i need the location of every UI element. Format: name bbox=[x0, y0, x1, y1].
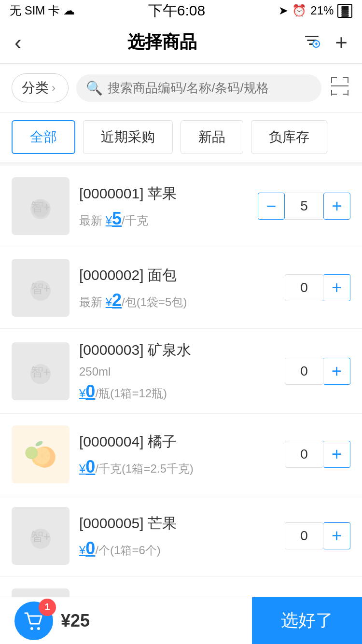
sim-status: 无 SIM 卡 ☁ bbox=[10, 3, 75, 18]
currency-symbol: ¥ bbox=[79, 544, 85, 557]
product-name: [0000005] 芒果 bbox=[79, 514, 275, 533]
svg-point-38 bbox=[37, 627, 40, 630]
filter-button[interactable] bbox=[303, 32, 320, 53]
price-amount: 0 bbox=[85, 538, 95, 558]
nav-right: + bbox=[303, 30, 348, 55]
price-unit: /千克 bbox=[122, 214, 148, 227]
category-button[interactable]: 分类 › bbox=[12, 73, 69, 102]
scan-icon[interactable] bbox=[329, 75, 350, 100]
status-time: 下午6:08 bbox=[148, 1, 205, 21]
cart-badge: 1 bbox=[39, 599, 56, 616]
quantity-input[interactable] bbox=[285, 193, 323, 220]
product-price: ¥0/瓶(1箱=12瓶) bbox=[79, 381, 275, 402]
product-name: [0000004] 橘子 bbox=[79, 432, 275, 452]
search-bar: 分类 › 🔍 bbox=[0, 64, 362, 112]
currency-symbol: ¥ bbox=[106, 295, 112, 308]
product-price: ¥0/千克(1箱=2.5千克) bbox=[79, 457, 275, 477]
product-info: [0000001] 苹果 最新 ¥5/千克 bbox=[79, 184, 248, 229]
tab-negative[interactable]: 负库存 bbox=[251, 120, 327, 154]
confirm-button[interactable]: 选好了 bbox=[252, 597, 362, 644]
cart-total: ¥25 bbox=[61, 611, 90, 631]
back-button[interactable]: ‹ bbox=[14, 30, 22, 55]
price-amount: 5 bbox=[112, 209, 122, 228]
tab-recent[interactable]: 近期采购 bbox=[83, 120, 173, 154]
product-thumbnail: 智+ bbox=[12, 507, 70, 565]
increase-button[interactable]: + bbox=[323, 522, 350, 549]
quantity-control: + bbox=[285, 441, 350, 468]
quantity-input[interactable] bbox=[285, 274, 323, 301]
quantity-control: + bbox=[285, 274, 350, 301]
svg-rect-9 bbox=[348, 77, 348, 83]
quantity-control: + bbox=[285, 522, 350, 549]
page-title: 选择商品 bbox=[127, 30, 197, 54]
nav-left: ‹ bbox=[14, 30, 22, 55]
cart-area: 1 ¥25 bbox=[0, 602, 252, 640]
add-button[interactable]: + bbox=[335, 30, 348, 55]
quantity-input[interactable] bbox=[285, 358, 323, 385]
alarm-icon: ⏰ bbox=[292, 4, 306, 17]
svg-text:智+: 智+ bbox=[31, 281, 51, 295]
currency-symbol: ¥ bbox=[79, 387, 85, 400]
product-item: 智+ [0000001] 苹果 最新 ¥5/千克 − + bbox=[0, 166, 362, 247]
product-thumbnail: 智+ bbox=[12, 342, 70, 400]
product-info: [0000004] 橘子 ¥0/千克(1箱=2.5千克) bbox=[79, 432, 275, 477]
price-prefix: 最新 bbox=[79, 295, 106, 308]
increase-button[interactable]: + bbox=[323, 274, 350, 301]
price-amount: 0 bbox=[85, 457, 95, 476]
svg-point-37 bbox=[30, 627, 33, 630]
price-unit: /个(1箱=6个) bbox=[95, 544, 160, 557]
product-price: 最新 ¥5/千克 bbox=[79, 209, 248, 229]
price-unit: /包(1袋=5包) bbox=[122, 295, 187, 308]
battery-icon: ▓ bbox=[337, 4, 352, 18]
product-thumbnail bbox=[12, 425, 70, 483]
product-price: ¥0/个(1箱=6个) bbox=[79, 538, 275, 559]
increase-button[interactable]: + bbox=[323, 441, 350, 468]
quantity-input[interactable] bbox=[285, 441, 323, 468]
svg-text:智+: 智+ bbox=[31, 530, 51, 543]
status-bar: 无 SIM 卡 ☁ 下午6:08 ➤ ⏰ 21% ▓ bbox=[0, 0, 362, 21]
product-thumbnail: 智+ bbox=[12, 177, 70, 235]
price-unit: /瓶(1箱=12瓶) bbox=[95, 387, 167, 400]
product-thumbnail: 智+ bbox=[12, 259, 70, 317]
search-icon: 🔍 bbox=[86, 80, 103, 96]
price-amount: 2 bbox=[112, 290, 122, 310]
quantity-input[interactable] bbox=[285, 522, 323, 549]
currency-symbol: ¥ bbox=[79, 462, 85, 475]
svg-point-31 bbox=[26, 447, 37, 458]
status-left: 无 SIM 卡 ☁ bbox=[10, 3, 75, 18]
svg-rect-0 bbox=[305, 36, 319, 37]
status-right: ➤ ⏰ 21% ▓ bbox=[278, 4, 352, 18]
product-list: 智+ [0000001] 苹果 最新 ¥5/千克 − + 智+ [0000002… bbox=[0, 166, 362, 644]
quantity-control: − + bbox=[258, 193, 350, 220]
svg-point-32 bbox=[35, 440, 43, 447]
product-info: [0000002] 面包 最新 ¥2/包(1袋=5包) bbox=[79, 266, 275, 310]
product-price: 最新 ¥2/包(1袋=5包) bbox=[79, 290, 275, 310]
svg-rect-11 bbox=[331, 90, 332, 96]
chevron-right-icon: › bbox=[52, 81, 56, 95]
product-item: 智+ [0000003] 矿泉水 250ml ¥0/瓶(1箱=12瓶) + bbox=[0, 329, 362, 414]
increase-button[interactable]: + bbox=[323, 193, 350, 220]
product-name: [0000002] 面包 bbox=[79, 266, 275, 285]
bottom-bar: 1 ¥25 选好了 bbox=[0, 597, 362, 644]
price-unit: /千克(1箱=2.5千克) bbox=[95, 462, 193, 475]
search-input-wrap: 🔍 bbox=[76, 74, 321, 102]
product-name: [0000001] 苹果 bbox=[79, 184, 248, 204]
tabs-bar: 全部 近期采购 新品 负库存 bbox=[0, 112, 362, 166]
decrease-button[interactable]: − bbox=[258, 193, 285, 220]
svg-rect-14 bbox=[331, 85, 348, 86]
increase-button[interactable]: + bbox=[323, 358, 350, 385]
category-label: 分类 bbox=[22, 79, 49, 97]
svg-text:智+: 智+ bbox=[31, 200, 51, 213]
currency-symbol: ¥ bbox=[106, 214, 112, 227]
cart-button[interactable]: 1 bbox=[14, 602, 53, 640]
tab-all[interactable]: 全部 bbox=[12, 120, 75, 154]
nav-bar: ‹ 选择商品 + bbox=[0, 21, 362, 64]
product-item: 智+ [0000002] 面包 最新 ¥2/包(1袋=5包) + bbox=[0, 247, 362, 329]
search-input[interactable] bbox=[108, 81, 312, 96]
svg-rect-13 bbox=[348, 90, 348, 96]
quantity-control: + bbox=[285, 358, 350, 385]
product-item: 智+ [0000005] 芒果 ¥0/个(1箱=6个) + bbox=[0, 495, 362, 577]
tab-new[interactable]: 新品 bbox=[181, 120, 243, 154]
svg-text:智+: 智+ bbox=[31, 365, 51, 378]
price-amount: 0 bbox=[85, 381, 95, 401]
